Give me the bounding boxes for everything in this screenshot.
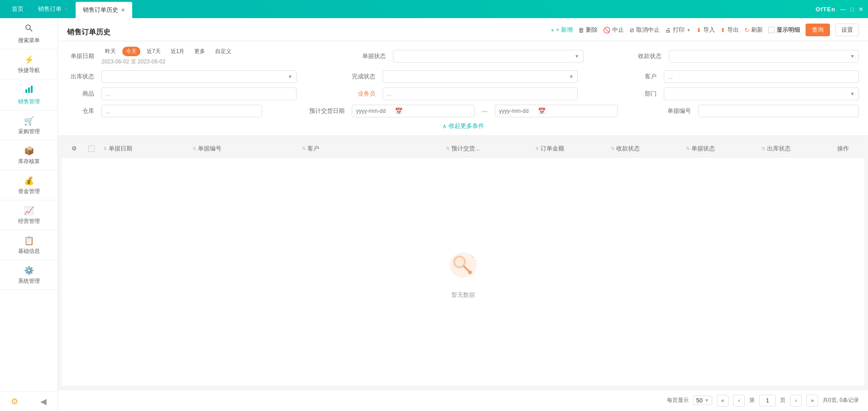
- doc-num-input[interactable]: [698, 105, 859, 117]
- tab-home[interactable]: 首页: [5, 0, 31, 18]
- select-all-checkbox[interactable]: [88, 145, 95, 152]
- th-settings[interactable]: ⚙: [65, 145, 83, 152]
- th-delivery-sort-icon[interactable]: ⇅: [446, 146, 450, 151]
- delete-btn[interactable]: 🗑 删除: [578, 26, 598, 34]
- minimize-btn[interactable]: —: [840, 6, 846, 13]
- salesperson-value: ...: [387, 91, 392, 97]
- delivery-date-end-input[interactable]: [499, 108, 535, 114]
- display-detail-checkbox[interactable]: [768, 27, 775, 33]
- warehouse-value: ...: [106, 108, 110, 115]
- th-client-label: 客户: [307, 145, 319, 153]
- sidebar-item-operations[interactable]: 📈 经营管理: [0, 200, 58, 230]
- calendar-start-icon[interactable]: 📅: [395, 107, 403, 115]
- sidebar-settings-btn[interactable]: ⚙: [11, 396, 18, 406]
- tab-sales-order-history[interactable]: 销售订单历史 ✕: [76, 2, 132, 18]
- svg-point-0: [26, 25, 30, 29]
- next-page-btn[interactable]: ›: [790, 395, 802, 406]
- calendar-end-icon[interactable]: 📅: [538, 107, 546, 115]
- tab-sales-order[interactable]: 销售订单 ✕: [31, 0, 76, 18]
- salesperson-select[interactable]: ...: [383, 87, 578, 100]
- sidebar-item-inventory[interactable]: 📦 库存核算: [0, 140, 58, 170]
- warehouse-select[interactable]: ...: [101, 105, 262, 117]
- page-header: 销售订单历史 + + 新增 🗑 删除 🚫 中止 ⊘ 取消中止: [58, 18, 868, 41]
- svg-point-9: [468, 271, 472, 274]
- sidebar-item-quick-nav[interactable]: ⚡ 快捷导航: [0, 49, 58, 79]
- import-btn[interactable]: ⬇ 导入: [696, 26, 715, 34]
- complete-status-chevron: ▼: [569, 74, 574, 79]
- sidebar-item-finance[interactable]: 💰 资金管理: [0, 170, 58, 200]
- complete-status-label: 完成状态: [348, 73, 375, 81]
- sidebar-item-finance-label: 资金管理: [18, 188, 40, 195]
- date-more[interactable]: 更多: [191, 47, 209, 56]
- sidebar-item-quick-nav-label: 快捷导航: [18, 67, 40, 74]
- refresh-btn[interactable]: ↻ 刷新: [744, 26, 763, 34]
- th-num-sort-icon[interactable]: ⇅: [192, 146, 196, 151]
- sidebar-item-basic-info[interactable]: 📋 基础信息: [0, 230, 58, 260]
- query-btn[interactable]: 查询: [806, 24, 830, 36]
- th-date-sort-icon[interactable]: ⇅: [103, 146, 107, 151]
- maximize-btn[interactable]: □: [850, 6, 854, 13]
- delivery-date-start-wrap: 📅: [352, 105, 475, 117]
- cancel-stop-btn[interactable]: ⊘ 取消中止: [629, 26, 660, 34]
- last-page-btn[interactable]: »: [806, 395, 818, 406]
- svg-point-12: [470, 254, 472, 255]
- print-btn[interactable]: 🖨 打印 ▼: [665, 26, 691, 34]
- date-today[interactable]: 今天: [122, 47, 140, 56]
- th-out-sort-icon[interactable]: ⇅: [762, 146, 765, 151]
- goods-select[interactable]: ...: [101, 87, 297, 100]
- filter-row-2: 出库状态 ▼ 完成状态 ▼ 客户 ...: [67, 70, 859, 83]
- th-amount: ⇅ 订单金额: [532, 145, 607, 153]
- th-doc-sort-icon[interactable]: ⇅: [686, 146, 690, 151]
- first-page-btn[interactable]: «: [717, 395, 729, 406]
- svg-point-10: [472, 256, 474, 258]
- date-7days[interactable]: 近7天: [143, 47, 164, 56]
- empty-text: 暂无数据: [451, 291, 475, 299]
- sidebar-item-inventory-label: 库存核算: [18, 158, 40, 165]
- date-custom[interactable]: 自定义: [211, 47, 235, 56]
- main-layout: 搜索菜单 ⚡ 快捷导航 销售管理 🛒 采购管理 📦 库存核算 💰 资金管理 📈 …: [0, 18, 868, 411]
- th-payment-status-label: 收款状态: [616, 145, 640, 153]
- table-header: ⚙ ⇅ 单据日期 ⇅ 单据编号 ⇅ 客户 ⇅: [62, 140, 864, 158]
- salesperson-label: 业务员: [348, 90, 375, 98]
- close-btn[interactable]: ✕: [858, 6, 863, 13]
- th-delivery-label: 预计交货...: [451, 145, 480, 153]
- per-page-select[interactable]: 50 ▼: [693, 396, 712, 405]
- export-btn[interactable]: ⬆ 导出: [720, 26, 739, 34]
- out-status-select[interactable]: ▼: [101, 70, 297, 83]
- date-1month[interactable]: 近1月: [167, 47, 188, 56]
- th-action: 操作: [834, 145, 861, 153]
- payment-status-select[interactable]: ▼: [669, 50, 859, 63]
- sidebar-item-search-menu[interactable]: 搜索菜单: [0, 18, 58, 49]
- sidebar-item-purchase-mgmt[interactable]: 🛒 采购管理: [0, 111, 58, 140]
- prev-page-btn[interactable]: ‹: [733, 395, 745, 406]
- new-btn[interactable]: + + 新增: [551, 26, 573, 34]
- date-label: 单据日期: [67, 52, 94, 60]
- sidebar-toggle-btn[interactable]: ◀: [40, 396, 47, 406]
- filter-row-3: 商品 ... 业务员 ... 部门 ▼: [67, 87, 859, 100]
- settings-btn[interactable]: 设置: [835, 24, 859, 36]
- sidebar-item-system-label: 系统管理: [18, 277, 40, 285]
- tab-sales-order-close[interactable]: ✕: [64, 6, 68, 12]
- collapse-btn[interactable]: ∧ 收起更多条件: [67, 122, 859, 130]
- complete-status-select[interactable]: ▼: [383, 70, 578, 83]
- stop-btn[interactable]: 🚫 中止: [603, 26, 624, 34]
- customer-select[interactable]: ...: [664, 70, 859, 83]
- date-yesterday[interactable]: 昨天: [101, 47, 120, 56]
- svg-rect-3: [28, 87, 30, 93]
- per-page-chevron: ▼: [705, 398, 709, 403]
- settings-icon: ⚙: [72, 145, 77, 152]
- toolbar: + + 新增 🗑 删除 🚫 中止 ⊘ 取消中止 🖨 打印: [551, 24, 859, 41]
- delivery-date-start-input[interactable]: [356, 108, 392, 114]
- finance-icon: 💰: [24, 176, 34, 186]
- tab-sales-order-history-close[interactable]: ✕: [121, 7, 125, 13]
- th-check: [83, 145, 100, 152]
- page-input[interactable]: [759, 395, 776, 406]
- th-payment-sort-icon[interactable]: ⇅: [611, 146, 614, 151]
- sidebar-item-system[interactable]: ⚙️ 系统管理: [0, 260, 58, 290]
- sidebar-item-sales-mgmt[interactable]: 销售管理: [0, 79, 58, 111]
- th-amount-sort-icon[interactable]: ⇅: [535, 146, 539, 151]
- department-select[interactable]: ▼: [664, 87, 859, 100]
- empty-icon: [441, 245, 486, 285]
- th-client-sort-icon[interactable]: ⇅: [302, 146, 306, 151]
- order-status-select[interactable]: ▼: [393, 50, 583, 63]
